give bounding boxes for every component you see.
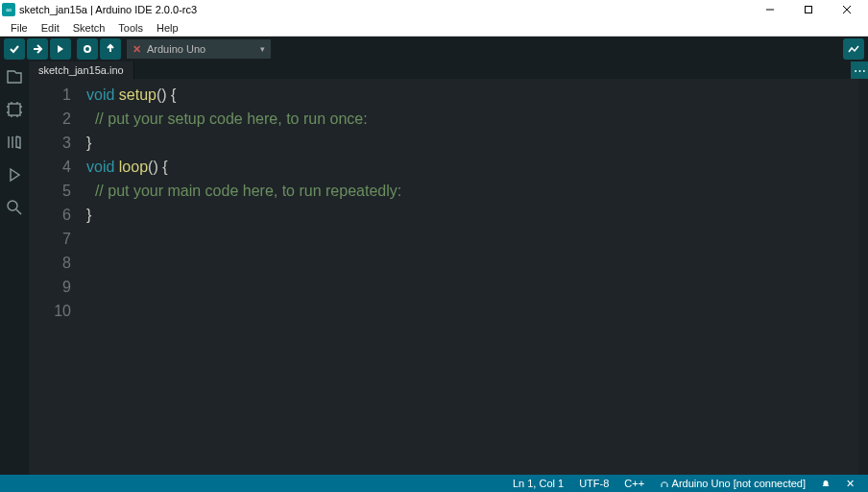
line-gutter: 12345678910 (29, 79, 86, 475)
editor: sketch_jan15a.ino ⋯ 12345678910 void set… (29, 62, 868, 475)
board-disconnected-icon: ✕ (133, 43, 141, 56)
status-language[interactable]: C++ (616, 478, 652, 489)
close-button[interactable] (828, 0, 866, 19)
menu-sketch[interactable]: Sketch (66, 22, 112, 34)
toolbar: ✕ Arduino Uno ▾ (0, 37, 868, 62)
status-encoding[interactable]: UTF-8 (571, 478, 616, 489)
status-close-icon[interactable]: ✕ (838, 478, 862, 490)
more-actions-button[interactable]: ⋯ (851, 62, 868, 79)
svg-rect-5 (9, 104, 20, 115)
status-cursor-pos[interactable]: Ln 1, Col 1 (505, 478, 571, 489)
menu-help[interactable]: Help (150, 22, 185, 34)
window-titlebar: ∞ sketch_jan15a | Arduino IDE 2.0.0-rc3 (0, 0, 868, 19)
debugger-button[interactable] (77, 38, 98, 60)
debug-button[interactable] (50, 38, 71, 60)
svg-point-6 (8, 201, 17, 210)
window-title: sketch_jan15a | Arduino IDE 2.0.0-rc3 (19, 4, 751, 15)
debug-icon[interactable] (5, 165, 24, 184)
maximize-button[interactable] (789, 0, 828, 19)
search-icon[interactable] (5, 198, 24, 217)
menu-file[interactable]: File (4, 22, 35, 34)
verify-button[interactable] (4, 38, 25, 60)
svg-point-4 (84, 46, 90, 52)
menu-tools[interactable]: Tools (111, 22, 150, 34)
boards-manager-icon[interactable] (5, 100, 24, 119)
status-board[interactable]: Arduino Uno [not connected] (652, 478, 813, 489)
upload-button[interactable] (27, 38, 48, 60)
library-manager-icon[interactable] (5, 133, 24, 152)
notifications-button[interactable] (813, 478, 838, 489)
board-name: Arduino Uno (147, 43, 205, 55)
editor-tabs: sketch_jan15a.ino ⋯ (29, 62, 868, 79)
board-selector[interactable]: ✕ Arduino Uno ▾ (127, 39, 271, 59)
menubar: File Edit Sketch Tools Help (0, 19, 868, 37)
sketchbook-icon[interactable] (5, 67, 24, 86)
editor-tab[interactable]: sketch_jan15a.ino (29, 62, 134, 79)
svg-rect-1 (806, 7, 812, 13)
status-bar: Ln 1, Col 1 UTF-8 C++ Arduino Uno [not c… (0, 475, 868, 492)
chevron-down-icon: ▾ (260, 44, 265, 54)
serial-plotter-button[interactable] (843, 38, 864, 60)
app-icon: ∞ (2, 3, 15, 16)
minimize-button[interactable] (751, 0, 789, 19)
activity-bar (0, 62, 29, 475)
minimap[interactable] (858, 79, 868, 475)
menu-edit[interactable]: Edit (35, 22, 66, 34)
code-lines[interactable]: void setup() { // put your setup code he… (86, 79, 858, 475)
code-area[interactable]: 12345678910 void setup() { // put your s… (29, 79, 868, 475)
open-button[interactable] (100, 38, 121, 60)
